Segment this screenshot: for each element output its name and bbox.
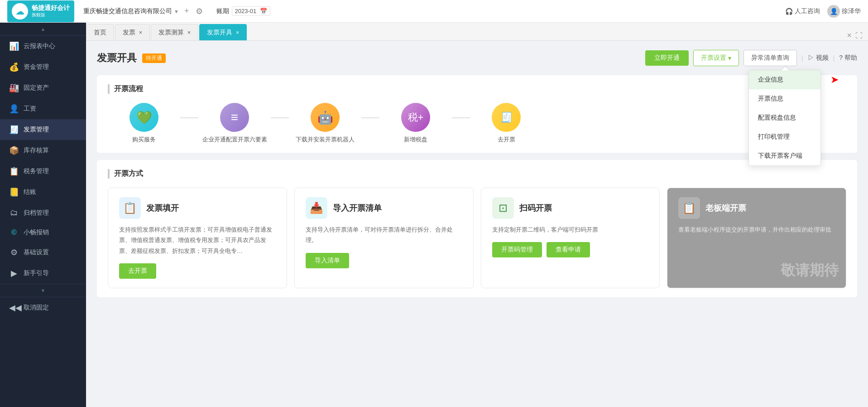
sidebar: ▲ 📊 云报表中心 💰 资金管理 🏭 固定资产 👤 工资 🧾 发票管理 <box>0 23 86 407</box>
user-profile[interactable]: 👤 徐泽华 <box>827 5 861 18</box>
red-arrow-indicator: ➤ <box>830 74 839 86</box>
billing-card-manual-title: 发票填开 <box>146 203 179 213</box>
view-apply-btn[interactable]: 查看申请 <box>547 242 590 257</box>
import-list-btn[interactable]: 导入清单 <box>306 253 349 268</box>
xiaochang-icon: © <box>9 228 19 237</box>
dropdown-arrow <box>782 67 789 70</box>
sidebar-item-fapiao[interactable]: 🧾 发票管理 <box>0 119 86 140</box>
company-selector[interactable]: 重庆畅捷交通信息咨询有限公司 ▾ <box>83 7 178 15</box>
scan-code-manage-btn[interactable]: 开票码管理 <box>492 242 542 257</box>
flow-separator-4 <box>452 117 470 118</box>
sidebar-item-shuiwu[interactable]: 📋 税务管理 <box>0 161 86 182</box>
tab-fapiaokaju[interactable]: 发票开具 × <box>199 24 247 40</box>
tab-bar: 首页 发票 × 发票测算 × 发票开具 × × ⛶ <box>86 23 868 41</box>
gongzi-icon: 👤 <box>9 104 19 114</box>
support-btn[interactable]: 🎧 人工咨询 <box>785 7 820 15</box>
settings-btn[interactable]: ⚙ <box>196 6 203 16</box>
flow-section-title: 开票流程 <box>108 84 846 94</box>
help-btn[interactable]: ? 帮助 <box>839 54 857 62</box>
tab-home[interactable]: 首页 <box>86 24 114 40</box>
goto-invoice-btn[interactable]: 去开票 <box>119 263 156 279</box>
support-label: 人工咨询 <box>795 7 820 15</box>
activate-btn[interactable]: 立即开通 <box>645 50 689 66</box>
sidebar-item-jiezhang[interactable]: 📒 结账 <box>0 182 86 203</box>
flow-step-taxdisk: 税+ 新增税盘 <box>379 103 452 144</box>
dropdown-item-printer[interactable]: 打印机管理 <box>749 127 820 146</box>
close-all-tabs-btn[interactable]: × <box>847 31 852 40</box>
settings-dropdown-menu: 企业信息 ➤ 开票信息 配置税盘信息 打印机管理 <box>748 70 821 166</box>
tab-bar-right: × ⛶ <box>847 31 868 40</box>
sidebar-label-yunbao: 云报表中心 <box>24 42 55 50</box>
sidebar-scroll-up[interactable]: ▲ <box>0 23 86 36</box>
billing-card-manual: 📋 发票填开 支持按照发票样式手工填开发票；可开具增值税电子普通发票、增值税普通… <box>108 188 287 288</box>
sidebar-item-gudingzichan[interactable]: 🏭 固定资产 <box>0 78 86 98</box>
tab-fapiaocesuan[interactable]: 发票测算 × <box>151 24 198 40</box>
settings-dropdown-btn[interactable]: 开票设置 ▾ <box>693 50 739 66</box>
flow-step-buy: 💚 购买服务 <box>108 103 180 144</box>
tab-fapiao-close[interactable]: × <box>139 29 142 36</box>
flow-step-taxdisk-icon: 税+ <box>401 103 430 132</box>
guidang-icon: 🗂 <box>9 208 19 218</box>
billing-card-boss-desc: 查看老板端小程序提交的开票申请，并作出相应的处理审批 <box>678 224 835 235</box>
content-area: 首页 发票 × 发票测算 × 发票开具 × × ⛶ <box>86 23 868 407</box>
sidebar-item-zijin[interactable]: 💰 资金管理 <box>0 57 86 78</box>
billing-card-boss-header: 📋 老板端开票 <box>678 197 835 219</box>
billing-card-scan-title: 扫码开票 <box>519 203 552 213</box>
billing-card-scan-header: ⊡ 扫码开票 <box>492 197 649 219</box>
top-bar-left: ☁ 畅捷通好会计 旗舰版 重庆畅捷交通信息咨询有限公司 ▾ + ⚙ 账期 202… <box>7 0 270 22</box>
exception-btn[interactable]: 异常清单查询 <box>743 50 797 66</box>
video-btn[interactable]: ▷ 视频 <box>808 54 829 62</box>
sidebar-item-guidang[interactable]: 🗂 归档管理 <box>0 203 86 223</box>
sidebar-item-yunbao[interactable]: 📊 云报表中心 <box>0 36 86 57</box>
sidebar-scroll-down[interactable]: ▼ <box>0 284 86 297</box>
invoice-info-label: 开票信息 <box>758 95 783 102</box>
billing-card-import: 📥 导入开票清单 支持导入待开票清单，可对待开票清单进行拆分、合并处理。 导入清… <box>294 188 474 288</box>
jiezhang-icon: 📒 <box>9 187 19 197</box>
flow-steps: 💚 购买服务 ≡ 企业开通配置开票六要素 <box>108 103 846 144</box>
billing-card-manual-actions: 去开票 <box>119 263 276 279</box>
shuiwu-icon: 📋 <box>9 166 19 176</box>
settings-dropdown-label: 开票设置 <box>701 54 726 62</box>
dropdown-item-download-client[interactable]: 下载开票客户端 <box>749 146 820 165</box>
tab-fapiao-label: 发票 <box>123 29 135 37</box>
flow-separator-2 <box>271 117 289 118</box>
flow-separator-1 <box>180 117 198 118</box>
flow-step-invoice-icon: 🧾 <box>492 103 521 132</box>
dropdown-item-tax-disk[interactable]: 配置税盘信息 <box>749 108 820 127</box>
sidebar-label-gudingzichan: 固定资产 <box>24 84 49 92</box>
sidebar-item-xiaochang[interactable]: © 小畅报销 <box>0 223 86 242</box>
page-title-area: 发票开具 待开通 <box>97 51 166 65</box>
billing-section: 开票方式 📋 发票填开 支持按照发票样式手工填开发票；可开具增值税电子普通发票、… <box>97 160 857 297</box>
sidebar-item-xinshouyin[interactable]: ▶ 新手引导 <box>0 263 86 284</box>
add-company-btn[interactable]: + <box>184 6 189 16</box>
billing-card-manual-desc: 支持按照发票样式手工填开发票；可开具增值税电子普通发票、增值税普通发票、增值税专… <box>119 224 276 256</box>
tab-fapiao[interactable]: 发票 × <box>115 24 150 40</box>
scan-icon-symbol: ⊡ <box>499 202 508 214</box>
flow-step-buy-label: 购买服务 <box>132 136 156 144</box>
flow-step-config-icon: ≡ <box>220 103 249 132</box>
billing-card-scan: ⊡ 扫码开票 支持定制开票二维码，客户端可扫码开票 开票码管理 查看申请 <box>481 188 660 288</box>
billing-card-scan-actions: 开票码管理 查看申请 <box>492 242 649 257</box>
period-selector[interactable]: 2023-01 📅 <box>232 6 270 16</box>
company-dropdown-icon[interactable]: ▾ <box>175 8 178 15</box>
import-icon-symbol: 📥 <box>310 202 323 214</box>
dropdown-item-company-info[interactable]: 企业信息 ➤ <box>749 70 820 89</box>
billing-card-manual-header: 📋 发票填开 <box>119 197 276 219</box>
sidebar-item-quxiao[interactable]: ◀◀ 取消固定 <box>0 297 86 318</box>
tab-fapiaocesuan-label: 发票测算 <box>158 29 184 37</box>
settings-dropdown-arrow: ▾ <box>728 54 731 62</box>
billing-card-scan-icon: ⊡ <box>492 197 514 219</box>
sidebar-item-gongzi[interactable]: 👤 工资 <box>0 98 86 119</box>
sidebar-item-kucun[interactable]: 📦 库存核算 <box>0 140 86 161</box>
printer-label: 打印机管理 <box>758 133 790 140</box>
period-value: 2023-01 <box>235 8 257 15</box>
dropdown-item-invoice-info[interactable]: 开票信息 <box>749 89 820 108</box>
billing-card-manual-icon: 📋 <box>119 197 141 219</box>
expand-btn[interactable]: ⛶ <box>855 32 863 40</box>
video-help-divider: | <box>801 54 803 62</box>
tab-fapiaocesuan-close[interactable]: × <box>187 29 191 36</box>
tab-fapiaokaju-close[interactable]: × <box>236 29 239 36</box>
flow-step-buy-icon: 💚 <box>129 103 158 132</box>
flow-step-config-label: 企业开通配置开票六要素 <box>202 136 267 144</box>
sidebar-item-jichushezhi[interactable]: ⚙ 基础设置 <box>0 242 86 263</box>
